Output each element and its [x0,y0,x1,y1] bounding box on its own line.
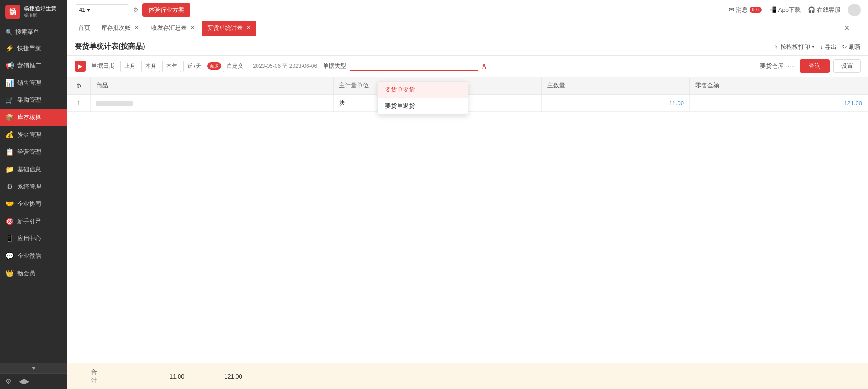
inventory-icon: 📦 [5,113,14,122]
refresh-button[interactable]: ↻ 刷新 [842,43,861,51]
tab-receivable-summary[interactable]: 收发存汇总表 ✕ [146,21,200,36]
footer-amount: 121.00 [219,373,273,380]
settings-button[interactable]: 设置 [833,59,861,73]
type-dropdown: 要货单要货 要货单退货 [377,81,468,115]
tab-home[interactable]: 首页 [75,21,94,36]
messages-button[interactable]: ✉ 消息 99+ [729,6,762,14]
filter-expand-button[interactable]: ▶ [75,61,86,72]
date-last-month-btn[interactable]: 上月 [120,61,139,72]
date-this-month-btn[interactable]: 本月 [141,61,160,72]
sidebar-item-system[interactable]: ⚙ 系统管理 [0,178,67,195]
newbie-icon: 🎯 [5,217,14,225]
topbar: 41 ▾ ⚙ 体验行业方案 ✉ 消息 99+ 📲 App下载 🎧 在线客服 [67,0,868,20]
sales-icon: 📊 [5,79,14,87]
sidebar-item-vip[interactable]: 👑 畅会员 [0,265,67,282]
row-amount[interactable]: 121.00 [689,95,868,112]
sidebar-item-operations[interactable]: 📋 经营管理 [0,143,67,161]
base-info-icon: 📁 [5,165,14,174]
sidebar-item-sales[interactable]: 📊 销售管理 [0,74,67,92]
app-center-icon: 📱 [5,235,14,243]
marketing-icon: 📢 [5,61,14,70]
sidebar-item-base-info[interactable]: 📁 基础信息 [0,161,67,178]
filter-actions: 查询 设置 [800,59,861,73]
page-title: 要货单统计表(按商品) [75,42,145,51]
online-service-button[interactable]: 🎧 在线客服 [808,6,841,14]
dropdown-item-return-order[interactable]: 要货单退货 [378,98,468,114]
close-window-icon[interactable]: ✕ [844,24,850,32]
footer-qty: 11.00 [164,373,219,380]
logo-text: 畅捷通好生意 标准版 [24,5,56,19]
user-avatar[interactable] [848,4,861,16]
query-button[interactable]: 查询 [800,59,830,73]
sidebar-item-inventory[interactable]: 📦 库存核算 [0,109,67,126]
date-this-year-btn[interactable]: 本年 [162,61,181,72]
page-header: 要货单统计表(按商品) 🖨 按模板打印 ▾ ↓ 导出 ↻ 刷新 [67,36,868,56]
topbar-right: ✉ 消息 99+ 📲 App下载 🎧 在线客服 [729,4,861,16]
type-filter-input[interactable] [350,61,478,71]
tab-close-receivable-summary[interactable]: ✕ [190,25,195,31]
sidebar-bottom: ⚙ ◀▶ [0,373,67,389]
hot-badge: 更多 [207,62,221,70]
tab-close-inventory-batch[interactable]: ✕ [134,25,139,31]
sidebar-item-finance[interactable]: 💰 资金管理 [0,126,67,143]
footer-numbers: 11.00 121.00 [164,373,273,380]
sidebar-item-app-center[interactable]: 📱 应用中心 [0,230,67,247]
message-icon: ✉ [729,6,734,13]
chevron-down-icon: ▾ [812,44,815,50]
operations-icon: 📋 [5,148,14,156]
tabs-bar: 首页 库存批次账 ✕ 收发存汇总表 ✕ 要货单统计表 ✕ ✕ ⛶ [67,20,868,36]
sidebar-item-purchase[interactable]: 🛒 采购管理 [0,92,67,109]
chevron-down-icon: ▾ [87,6,90,13]
table-header-amount: 零售金额 [689,77,868,95]
warehouse-filter-group: 要货仓库 ··· [760,61,794,71]
expand-icon[interactable]: ⛶ [853,24,861,32]
settings-gear-icon[interactable]: ⚙ [133,6,139,13]
export-button[interactable]: ↓ 导出 [820,43,837,51]
page-header-actions: 🖨 按模板打印 ▾ ↓ 导出 ↻ 刷新 [773,43,861,51]
date-custom-btn[interactable]: 自定义 [223,61,247,72]
sidebar-scroll-down[interactable]: ▼ [0,363,67,373]
row-index: 1 [67,95,90,112]
product-placeholder [96,101,133,106]
settings-icon[interactable]: ⚙ [5,377,11,385]
company-selector[interactable]: 41 ▾ [75,4,129,15]
date-range-display: 2023-05-06 至 2023-06-06 [253,62,317,70]
sidebar-item-quick-nav[interactable]: ⚡ 快捷导航 [0,40,67,57]
quick-nav-icon: ⚡ [5,44,14,52]
date-filter-label: 单据日期 [91,62,115,70]
trial-button[interactable]: 体验行业方案 [142,3,190,17]
dropdown-item-purchase-order[interactable]: 要货单要货 [378,82,468,98]
tab-close-order-stats[interactable]: ✕ [247,25,251,31]
sidebar-item-marketing[interactable]: 📢 营销推广 [0,57,67,74]
sidebar-nav: ⚡ 快捷导航 📢 营销推广 📊 销售管理 🛒 采购管理 📦 库存核算 💰 资金管… [0,40,67,363]
filter-bar: ▶ 单据日期 上月 本月 本年 近7天 更多 自定义 2023-05-06 至 … [67,56,868,77]
date-last-7days-btn[interactable]: 近7天 [183,61,205,72]
print-button[interactable]: 🖨 按模板打印 ▾ [773,43,815,51]
sidebar-item-wechat[interactable]: 💬 企业微信 [0,247,67,265]
warehouse-filter-label: 要货仓库 [760,62,784,70]
search-icon: 🔍 [5,29,13,36]
tab-order-stats[interactable]: 要货单统计表 ✕ [202,21,256,36]
row-qty[interactable]: 11.00 [541,95,689,112]
topbar-left: 41 ▾ ⚙ 体验行业方案 [75,3,724,17]
warehouse-more-icon[interactable]: ··· [787,61,794,71]
main-content: 41 ▾ ⚙ 体验行业方案 ✉ 消息 99+ 📲 App下载 🎧 在线客服 [67,0,868,389]
app-download-button[interactable]: 📲 App下载 [769,6,801,14]
enterprise-icon: 🤝 [5,200,14,208]
type-filter-clear-icon[interactable]: ∧ [481,62,487,70]
row-product [90,95,333,112]
tabsbar-right: ✕ ⛶ [844,24,861,32]
system-icon: ⚙ [5,183,14,191]
tab-inventory-batch[interactable]: 库存批次账 ✕ [96,21,144,36]
collapse-icon[interactable]: ◀▶ [19,377,30,385]
export-icon: ↓ [820,43,823,50]
purchase-icon: 🛒 [5,96,14,104]
sidebar-item-enterprise[interactable]: 🤝 企业协同 [0,195,67,213]
logo-icon: 畅 [5,5,20,19]
refresh-icon: ↻ [842,43,847,50]
table-settings-header[interactable]: ⚙ [67,77,90,95]
search-menu[interactable]: 🔍 搜索菜单 [0,24,67,40]
footer-label: 合计 [73,368,164,384]
sidebar-item-newbie[interactable]: 🎯 新手引导 [0,213,67,230]
filter-type-group: 单据类型 ∧ [323,61,755,71]
